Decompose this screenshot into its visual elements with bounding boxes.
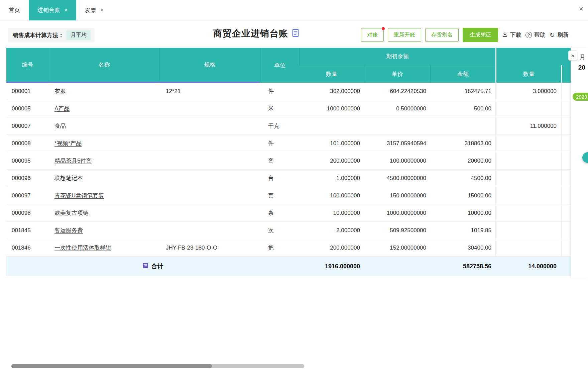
inventory-alias-label: 存货别名 xyxy=(431,32,453,37)
total-opening-qty: 1916.000000 xyxy=(299,263,364,270)
cell-opening-qty: 200.000000 xyxy=(299,158,364,164)
table-row: 000098 欧美复古项链 条 10.000000 1000.00000000 … xyxy=(6,204,571,222)
header-opening-price: 单价 xyxy=(364,65,430,83)
cell-name: 青花瓷U盘钢笔套装 xyxy=(49,192,159,199)
cell-name: 欧美复古项链 xyxy=(49,209,159,217)
cell-unit: 套 xyxy=(260,157,299,165)
cell-partial xyxy=(561,239,571,256)
cell-spec: 12*21 xyxy=(159,88,260,95)
cell-id: 000095 xyxy=(6,158,49,164)
item-name-link[interactable]: 客运服务费 xyxy=(54,227,83,234)
cell-name: 联想笔记本 xyxy=(49,174,159,182)
tab-purchase-sales-ledger[interactable]: 进销台账 × xyxy=(29,0,76,20)
close-icon[interactable]: × xyxy=(64,7,68,13)
cell-period-qty xyxy=(495,135,561,152)
cell-name: 衣服 xyxy=(49,87,159,95)
reconcile-label: 对账 xyxy=(367,32,378,37)
cell-partial xyxy=(561,83,571,100)
reopen-books-button[interactable]: 重新开账 xyxy=(388,28,421,42)
toolbar-actions: 对账 重新开账 存货别名 生成凭证 下载 ? 帮助 ↻ 刷新 xyxy=(361,28,569,42)
tab-bar: 首页 进销台账 × 发票 × × xyxy=(0,0,588,21)
item-name-link[interactable]: 一次性使用活体取样钳 xyxy=(54,245,111,251)
cell-id: 000096 xyxy=(6,175,49,182)
item-name-link[interactable]: 联想笔记本 xyxy=(54,175,83,181)
item-name-link[interactable]: A产品 xyxy=(54,105,70,112)
cell-name: A产品 xyxy=(49,105,159,112)
cell-period-qty xyxy=(495,239,561,256)
item-name-link[interactable]: *视频*产品 xyxy=(54,140,82,147)
notification-dot xyxy=(382,27,385,30)
download-icon xyxy=(502,31,508,39)
help-icon: ? xyxy=(525,32,532,38)
reconcile-button[interactable]: 对账 xyxy=(361,28,384,42)
cell-period-qty: 11.000000 xyxy=(495,117,561,134)
refresh-button[interactable]: ↻ 刷新 xyxy=(550,31,569,39)
item-name-link[interactable]: 精品茶具5件套 xyxy=(54,158,92,164)
close-all-icon[interactable]: × xyxy=(579,5,583,13)
cost-method-value[interactable]: 月平均 xyxy=(67,30,91,40)
cell-partial xyxy=(561,170,571,187)
header-partial-column xyxy=(561,65,571,83)
refresh-label: 刷新 xyxy=(557,31,569,39)
table-row: 000097 青花瓷U盘钢笔套装 套 100.000000 150.000000… xyxy=(6,187,571,204)
cell-period-qty xyxy=(495,222,561,239)
tab-home[interactable]: 首页 xyxy=(0,0,29,20)
cell-unit: 米 xyxy=(260,105,299,112)
item-name-link[interactable]: 青花瓷U盘钢笔套装 xyxy=(54,192,104,199)
horizontal-scrollbar xyxy=(11,364,304,368)
cell-opening-amount: 4500.00 xyxy=(430,175,495,182)
floating-action-button[interactable] xyxy=(582,152,588,163)
generate-voucher-button[interactable]: 生成凭证 xyxy=(463,28,498,42)
total-opening-amount: 582758.56 xyxy=(430,263,495,270)
cell-opening-qty: 302.000000 xyxy=(299,88,364,95)
page-title: 商贸企业进销台账 xyxy=(213,27,288,39)
panel-expand-icon[interactable]: » xyxy=(568,51,577,61)
toolbar: 销售成本计算方法： 月平均 商贸企业进销台账 对账 重新开账 存货别名 生成凭证 xyxy=(0,21,571,48)
cell-period-qty xyxy=(495,204,561,221)
panel-peek-text: 20 xyxy=(578,64,585,71)
table-row: 001845 客运服务费 次 2.000000 509.92500000 101… xyxy=(6,222,571,239)
download-button[interactable]: 下载 xyxy=(502,31,521,39)
tab-invoice[interactable]: 发票 × xyxy=(76,0,112,20)
cell-period-qty: 3.000000 xyxy=(495,83,561,100)
cell-unit: 把 xyxy=(260,244,299,252)
panel-peek-text: 月 xyxy=(580,53,585,61)
cell-opening-qty: 1.000000 xyxy=(299,175,364,182)
item-name-link[interactable]: 食品 xyxy=(54,123,66,129)
cell-unit: 条 xyxy=(260,209,299,217)
tab-label: 进销台账 xyxy=(37,6,60,14)
total-period-qty: 14.000000 xyxy=(495,263,561,270)
inventory-alias-button[interactable]: 存货别名 xyxy=(425,28,459,42)
cell-partial xyxy=(561,117,571,134)
close-icon[interactable]: × xyxy=(100,7,104,13)
document-info-icon[interactable] xyxy=(291,28,300,39)
calculator-icon xyxy=(142,263,148,270)
cell-opening-qty: 2.000000 xyxy=(299,227,364,234)
item-name-link[interactable]: 欧美复古项链 xyxy=(54,210,89,216)
cell-opening-price: 509.92500000 xyxy=(364,227,430,234)
cell-id: 000001 xyxy=(6,88,49,95)
item-name-link[interactable]: 衣服 xyxy=(54,88,66,94)
cell-opening-amount: 15000.00 xyxy=(430,192,495,199)
cell-opening-qty: 1000.000000 xyxy=(299,105,364,112)
header-unit: 单位 xyxy=(260,48,299,83)
cell-opening-qty: 100.000000 xyxy=(299,192,364,199)
header-opening-qty: 数量 xyxy=(299,65,364,83)
help-button[interactable]: ? 帮助 xyxy=(525,31,546,39)
cell-partial xyxy=(561,152,571,169)
scrollbar-thumb[interactable] xyxy=(11,364,212,368)
table-row: 000096 联想笔记本 台 1.000000 4500.00000000 45… xyxy=(6,170,571,187)
cell-name: 食品 xyxy=(49,122,159,130)
help-label: 帮助 xyxy=(534,31,546,39)
cell-period-qty xyxy=(495,170,561,187)
cell-id: 001846 xyxy=(6,245,49,251)
cell-partial xyxy=(561,100,571,117)
header-next-group xyxy=(495,48,571,65)
footer-row: 合计 1916.000000 582758.56 14.000000 xyxy=(6,257,571,276)
cell-id: 000005 xyxy=(6,105,49,112)
cell-opening-amount: 20000.00 xyxy=(430,158,495,164)
cell-name: 精品茶具5件套 xyxy=(49,157,159,165)
cell-opening-price: 152.00000000 xyxy=(364,245,430,251)
download-label: 下载 xyxy=(510,31,521,39)
tab-label: 发票 xyxy=(85,6,96,14)
